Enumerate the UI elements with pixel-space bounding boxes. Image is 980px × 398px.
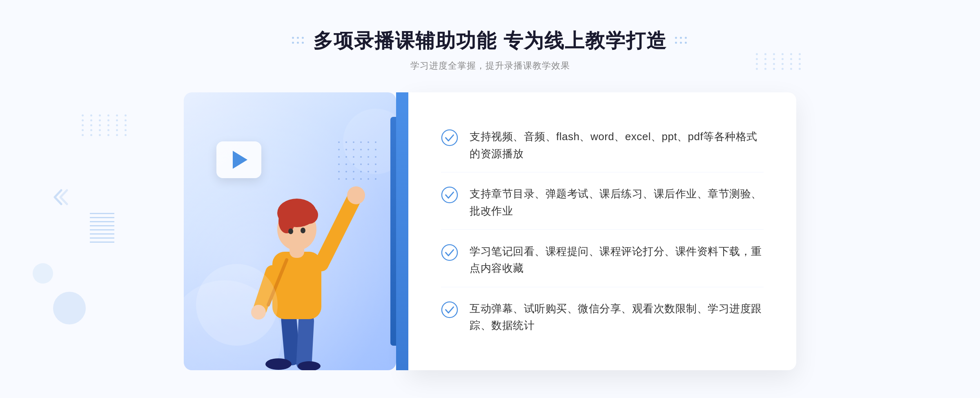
header-title-wrapper: 多项录播课辅助功能 专为线上教学打造 xyxy=(292,28,688,54)
header-section: 多项录播课辅助功能 专为线上教学打造 学习进度全掌握，提升录播课教学效果 xyxy=(292,28,688,72)
feature-item-2: 支持章节目录、弹题考试、课后练习、课后作业、章节测验、批改作业 xyxy=(441,176,764,230)
blue-sidebar-accent xyxy=(390,117,396,346)
right-features-panel: 支持视频、音频、flash、word、excel、ppt、pdf等各种格式的资源… xyxy=(408,92,796,370)
header-deco-left xyxy=(292,37,305,45)
svg-rect-4 xyxy=(272,252,321,319)
svg-point-9 xyxy=(300,206,318,224)
feature-item-3: 学习笔记回看、课程提问、课程评论打分、课件资料下载，重点内容收藏 xyxy=(441,233,764,287)
main-title: 多项录播课辅助功能 专为线上教学打造 xyxy=(313,28,666,54)
svg-point-19 xyxy=(442,244,457,260)
svg-point-11 xyxy=(301,228,305,233)
feature-text-1: 支持视频、音频、flash、word、excel、ppt、pdf等各种格式的资源… xyxy=(470,128,764,162)
feature-item-4: 互动弹幕、试听购买、微信分享、观看次数限制、学习进度跟踪、数据统计 xyxy=(441,291,764,344)
svg-point-10 xyxy=(288,228,293,234)
svg-point-2 xyxy=(265,358,292,370)
check-icon-2 xyxy=(441,186,458,203)
feature-item-1: 支持视频、音频、flash、word、excel、ppt、pdf等各种格式的资源… xyxy=(441,119,764,172)
sub-title: 学习进度全掌握，提升录播课教学效果 xyxy=(292,60,688,72)
bg-dots-right xyxy=(756,53,804,70)
header-deco-right xyxy=(675,37,688,45)
blob-deco xyxy=(196,264,278,346)
check-icon-1 xyxy=(441,129,458,146)
feature-text-4: 互动弹幕、试听购买、微信分享、观看次数限制、学习进度跟踪、数据统计 xyxy=(470,300,764,334)
feature-text-2: 支持章节目录、弹题考试、课后练习、课后作业、章节测验、批改作业 xyxy=(470,186,764,219)
feature-text-3: 学习笔记回看、课程提问、课程评论打分、课件资料下载，重点内容收藏 xyxy=(470,243,764,277)
content-wrapper: 支持视频、音频、flash、word、excel、ppt、pdf等各种格式的资源… xyxy=(0,92,980,370)
left-illustration-card xyxy=(184,92,396,370)
check-icon-4 xyxy=(441,301,458,318)
page-wrapper: 多项录播课辅助功能 专为线上教学打造 学习进度全掌握，提升录播课教学效果 xyxy=(0,0,980,398)
check-icon-3 xyxy=(441,244,458,261)
svg-point-13 xyxy=(347,186,365,204)
svg-point-20 xyxy=(442,302,457,318)
svg-point-18 xyxy=(442,187,457,203)
svg-point-17 xyxy=(442,130,457,145)
content-area: 支持视频、音频、flash、word、excel、ppt、pdf等各种格式的资源… xyxy=(184,92,796,370)
blue-connector xyxy=(396,92,408,370)
svg-line-12 xyxy=(321,199,354,264)
